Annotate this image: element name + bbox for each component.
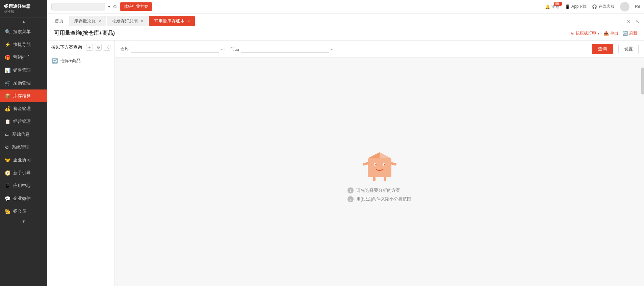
empty-illustration <box>359 141 400 182</box>
tab-home[interactable]: 首页 <box>50 16 68 26</box>
export-icon: 📤 <box>603 31 609 36</box>
sidebar-logo: 畅康通好生意 标准版 <box>0 0 47 18</box>
warehouse-more-icon[interactable]: ··· <box>221 46 225 52</box>
svg-rect-7 <box>373 177 376 181</box>
filter-item-warehouse-product[interactable]: 🔄 仓库+商品 <box>47 54 114 67</box>
filter-header-label: 按以下方案查询 <box>51 44 82 50</box>
empty-state: 1 请先选择要分析的方案 2 用[过滤]条件来缩小分析范围 <box>115 58 644 286</box>
hint-item-2: 2 用[过滤]条件来缩小分析范围 <box>347 196 411 202</box>
topbar-search-input[interactable] <box>51 3 105 10</box>
sidebar-item-system[interactable]: ⚙ 系统管理 <box>0 141 47 154</box>
trial-button[interactable]: 体验行业方案 <box>120 2 152 11</box>
finance-icon: 💰 <box>5 106 10 111</box>
phone-icon: 📱 <box>565 4 570 9</box>
marketing-icon: 🎁 <box>5 55 10 60</box>
sidebar-item-finance[interactable]: 💰 资金管理 <box>0 102 47 115</box>
sidebar-item-purchase[interactable]: 🛒 采购管理 <box>0 77 47 89</box>
warehouse-input[interactable] <box>131 45 219 53</box>
sidebar-item-member[interactable]: 👑 畅会员 <box>0 205 47 218</box>
main-content: 仓库 ··· 商品 ··· 查询 设置 <box>115 41 644 286</box>
product-input[interactable] <box>241 45 329 53</box>
tab-receive-summary-close[interactable]: × <box>141 19 143 24</box>
message-badge[interactable]: 🔔 消息 99+ <box>545 4 560 9</box>
sidebar-item-marketing[interactable]: 🎁 营销推广 <box>0 51 47 64</box>
online-support-link[interactable]: 🎧 在线客服 <box>592 4 615 9</box>
empty-hints: 1 请先选择要分析的方案 2 用[过滤]条件来缩小分析范围 <box>347 187 411 202</box>
tabs-actions: ✕ ⤡ <box>625 18 641 26</box>
tab-batch-account-close[interactable]: × <box>99 19 101 24</box>
sidebar-item-app-center[interactable]: 📱 应用中心 <box>0 179 47 192</box>
sidebar-item-inventory[interactable]: 📦 库存核算 <box>0 89 47 102</box>
hint-num-1: 1 <box>347 187 354 193</box>
tab-batch-account[interactable]: 库存批次账 × <box>69 16 106 26</box>
sidebar-scroll-up[interactable]: ▲ <box>0 18 47 25</box>
topbar-dropdown[interactable]: ▾ <box>108 4 110 9</box>
svg-marker-2 <box>368 152 380 158</box>
query-bar: 仓库 ··· 商品 ··· 查询 设置 <box>115 41 644 58</box>
sidebar-item-sales[interactable]: 📊 销售管理 <box>0 64 47 77</box>
sidebar-item-quick-nav[interactable]: ⚡ 快捷导航 <box>0 38 47 51</box>
tabs-bar: 首页 库存批次账 × 收发存汇总表 × 可用量库存账本 × ✕ ⤡ <box>47 14 644 26</box>
hint-item-1: 1 请先选择要分析的方案 <box>347 187 411 193</box>
warehouse-product-icon: 🔄 <box>52 58 58 63</box>
close-all-tabs-button[interactable]: ✕ <box>625 18 633 25</box>
app-download-link[interactable]: 📱 App下载 <box>565 4 587 9</box>
main-area: ▾ ⚙ 体验行业方案 🔔 消息 99+ 📱 App下载 🎧 在线客服 Rit 首… <box>47 0 644 286</box>
sidebar-item-search[interactable]: 🔍 搜索菜单 <box>0 25 47 38</box>
hint-text-1: 请先选择要分析的方案 <box>356 187 400 193</box>
expand-tabs-button[interactable]: ⤡ <box>634 18 641 25</box>
sidebar-item-new-guide[interactable]: 🧭 新手引导 <box>0 166 47 179</box>
right-scrollbar[interactable] <box>641 68 644 95</box>
tab-available-ledger-close[interactable]: × <box>187 19 190 24</box>
hint-text-2: 用[过滤]条件来缩小分析范围 <box>356 196 411 202</box>
svg-point-6 <box>384 164 385 165</box>
sidebar-item-operations[interactable]: 📋 经营管理 <box>0 115 47 128</box>
filter-panel: 按以下方案查询 ＋ ⚙ 《 🔄 仓库+商品 <box>47 41 115 286</box>
topbar-gear-icon[interactable]: ⚙ <box>113 4 117 9</box>
warehouse-label: 仓库 <box>120 46 129 52</box>
refresh-icon: 🔄 <box>622 31 628 36</box>
sidebar-item-wechat[interactable]: 💬 企业微信 <box>0 192 47 205</box>
operations-icon: 📋 <box>5 119 10 124</box>
filter-settings-button[interactable]: ⚙ <box>95 44 102 51</box>
tab-receive-summary[interactable]: 收发存汇总表 × <box>107 16 148 26</box>
basic-info-icon: 🗂 <box>5 132 9 137</box>
sidebar-item-enterprise[interactable]: 🤝 企业协同 <box>0 154 47 166</box>
print-dropdown-icon[interactable]: ▾ <box>597 31 599 36</box>
sidebar-item-basic-info[interactable]: 🗂 基础信息 <box>0 128 47 141</box>
bell-icon: 🔔 <box>545 4 550 9</box>
product-label: 商品 <box>230 46 239 52</box>
system-icon: ⚙ <box>5 145 9 150</box>
filter-add-button[interactable]: ＋ <box>86 44 93 51</box>
filter-collapse-button[interactable]: 《 <box>104 44 110 51</box>
headset-icon: 🎧 <box>592 4 597 9</box>
enterprise-icon: 🤝 <box>5 157 10 163</box>
sidebar-scroll-down[interactable]: ▼ <box>0 218 47 225</box>
product-more-icon[interactable]: ··· <box>331 46 335 52</box>
tab-available-ledger[interactable]: 可用量库存账本 × <box>149 16 195 26</box>
notification-count: 99+ <box>554 2 562 6</box>
filter-header: 按以下方案查询 ＋ ⚙ 《 <box>47 41 114 54</box>
topbar-right: 🔔 消息 99+ 📱 App下载 🎧 在线客服 Rit <box>545 2 640 11</box>
export-button[interactable]: 📤 导出 <box>603 30 618 36</box>
version-tag: 标准版 <box>4 9 43 14</box>
user-avatar[interactable] <box>620 2 629 11</box>
user-name: Rit <box>635 4 640 9</box>
product-field: 商品 ··· <box>230 45 335 53</box>
query-button[interactable]: 查询 <box>592 44 613 54</box>
svg-rect-0 <box>368 158 391 177</box>
page-header: 可用量查询(按仓库+商品) 🖨 按模板打印 ▾ 📤 导出 🔄 刷新 <box>47 26 644 41</box>
search-icon: 🔍 <box>5 29 10 34</box>
hint-num-2: 2 <box>347 196 354 202</box>
purchase-icon: 🛒 <box>5 80 10 86</box>
app-center-icon: 📱 <box>5 183 10 188</box>
print-button[interactable]: 🖨 按模板打印 ▾ <box>570 30 599 36</box>
member-icon: 👑 <box>5 209 10 214</box>
warehouse-field: 仓库 ··· <box>120 45 225 53</box>
filter-header-actions: ＋ ⚙ 《 <box>86 44 110 51</box>
sales-icon: 📊 <box>5 68 10 73</box>
sidebar: 畅康通好生意 标准版 ▲ 🔍 搜索菜单 ⚡ 快捷导航 🎁 营销推广 📊 销售管理… <box>0 0 47 286</box>
refresh-button[interactable]: 🔄 刷新 <box>622 30 637 36</box>
settings-button[interactable]: 设置 <box>618 44 639 54</box>
inventory-icon: 📦 <box>5 93 10 99</box>
